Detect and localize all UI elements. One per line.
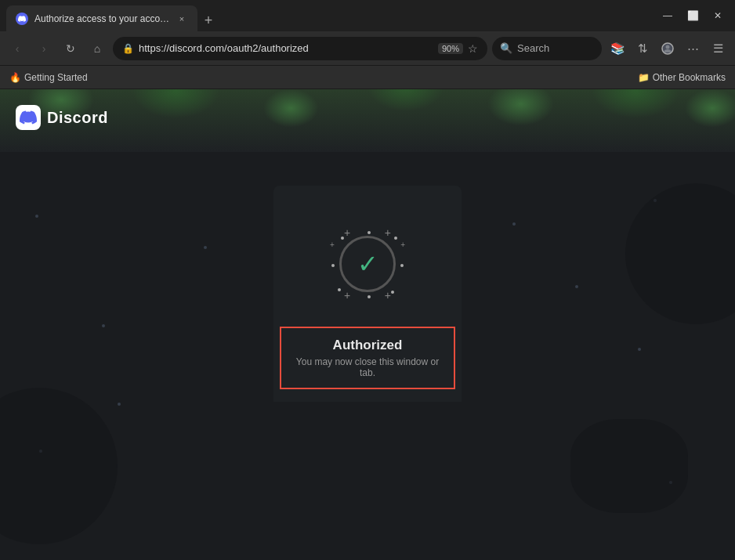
menu-button[interactable]: ☰ bbox=[707, 38, 729, 60]
active-tab[interactable]: Authorize access to your acco… × bbox=[6, 5, 197, 31]
svg-point-1 bbox=[666, 45, 670, 49]
reading-list-button[interactable]: 📚 bbox=[606, 38, 628, 60]
address-bar[interactable]: 🔒 https://discord.com/oauth2/authorized … bbox=[113, 37, 487, 60]
success-circle: ✓ bbox=[339, 236, 396, 292]
check-container: + + + + + + ✓ bbox=[328, 225, 407, 303]
getting-started-bookmark[interactable]: 🔥 Getting Started bbox=[9, 72, 88, 83]
sparkle-1 bbox=[368, 231, 371, 234]
dot-2 bbox=[102, 324, 105, 327]
plus-decoration-4: + bbox=[385, 289, 391, 302]
discord-name-text: Discord bbox=[47, 109, 108, 127]
discord-icon bbox=[16, 105, 41, 130]
home-button[interactable]: ⌂ bbox=[86, 38, 108, 60]
card-bottom-section bbox=[273, 402, 462, 464]
search-placeholder-text: Search bbox=[517, 42, 549, 54]
security-icon: 🔒 bbox=[122, 43, 134, 54]
sparkle-8 bbox=[341, 237, 344, 240]
synced-tabs-button[interactable]: ⇅ bbox=[632, 38, 654, 60]
sparkle-4 bbox=[391, 291, 394, 294]
url-text: https://discord.com/oauth2/authorized bbox=[139, 42, 433, 54]
plus-decoration-6: + bbox=[400, 240, 405, 249]
nav-icon-group: 📚 ⇅ ⋯ ☰ bbox=[606, 38, 729, 60]
window-controls: — ⬜ ✕ bbox=[657, 5, 729, 27]
sparkle-2 bbox=[394, 237, 397, 240]
new-tab-button[interactable]: + bbox=[197, 9, 219, 31]
minimize-button[interactable]: — bbox=[657, 5, 679, 27]
leaf-background bbox=[0, 89, 735, 152]
close-button[interactable]: ✕ bbox=[707, 5, 729, 27]
sparkle-6 bbox=[338, 288, 341, 291]
authorized-subtitle: You may now close this window or tab. bbox=[294, 356, 441, 378]
getting-started-label: Getting Started bbox=[24, 72, 88, 83]
nav-bar: ‹ › ↻ ⌂ 🔒 https://discord.com/oauth2/aut… bbox=[0, 31, 735, 66]
bookmarks-bar: 🔥 Getting Started 📁 Other Bookmarks bbox=[0, 66, 735, 89]
profile-button[interactable] bbox=[657, 38, 679, 60]
discord-logo: Discord bbox=[16, 105, 108, 130]
auth-card: + + + + + + ✓ bbox=[273, 186, 462, 464]
sparkle-7 bbox=[331, 264, 335, 267]
bookmark-star-icon[interactable]: ☆ bbox=[468, 42, 478, 55]
dot-1 bbox=[35, 215, 38, 218]
blob-3 bbox=[570, 419, 688, 513]
search-icon: 🔍 bbox=[500, 42, 512, 54]
plus-decoration-2: + bbox=[385, 226, 391, 239]
dot-5 bbox=[575, 285, 578, 288]
maximize-button[interactable]: ⬜ bbox=[682, 5, 704, 27]
tab-title: Authorize access to your acco… bbox=[34, 13, 169, 24]
refresh-button[interactable]: ↻ bbox=[60, 38, 81, 60]
plus-decoration-3: + bbox=[344, 289, 350, 302]
checkmark-icon: ✓ bbox=[357, 251, 378, 276]
dot-7 bbox=[638, 348, 641, 351]
authorized-info-box: Authorized You may now close this window… bbox=[280, 327, 455, 389]
tab-favicon bbox=[16, 13, 28, 25]
back-button[interactable]: ‹ bbox=[6, 38, 28, 60]
tab-close-button[interactable]: × bbox=[176, 13, 188, 25]
search-bar[interactable]: 🔍 Search bbox=[492, 37, 602, 60]
extensions-button[interactable]: ⋯ bbox=[682, 38, 704, 60]
forward-button[interactable]: › bbox=[33, 38, 55, 60]
browser-frame: Authorize access to your acco… × + — ⬜ ✕… bbox=[0, 0, 735, 560]
page-content: Discord + + + + + + bbox=[0, 89, 735, 560]
tab-bar: Authorize access to your acco… × + bbox=[6, 0, 654, 31]
dot-3 bbox=[204, 246, 207, 249]
getting-started-icon: 🔥 bbox=[9, 72, 21, 83]
authorized-title: Authorized bbox=[294, 338, 441, 353]
dot-6 bbox=[512, 222, 516, 226]
other-bookmarks[interactable]: 📁 Other Bookmarks bbox=[638, 72, 726, 83]
plus-decoration-5: + bbox=[330, 240, 335, 249]
plus-decoration-1: + bbox=[344, 226, 350, 239]
dot-4 bbox=[118, 403, 121, 406]
zoom-level[interactable]: 90% bbox=[438, 43, 463, 54]
sparkle-5 bbox=[368, 295, 371, 298]
other-bookmarks-label: Other Bookmarks bbox=[653, 72, 726, 83]
sparkle-3 bbox=[400, 264, 404, 267]
card-top-section: + + + + + + ✓ bbox=[273, 186, 462, 327]
title-bar: Authorize access to your acco… × + — ⬜ ✕ bbox=[0, 0, 735, 31]
other-bookmarks-icon: 📁 bbox=[638, 72, 650, 83]
